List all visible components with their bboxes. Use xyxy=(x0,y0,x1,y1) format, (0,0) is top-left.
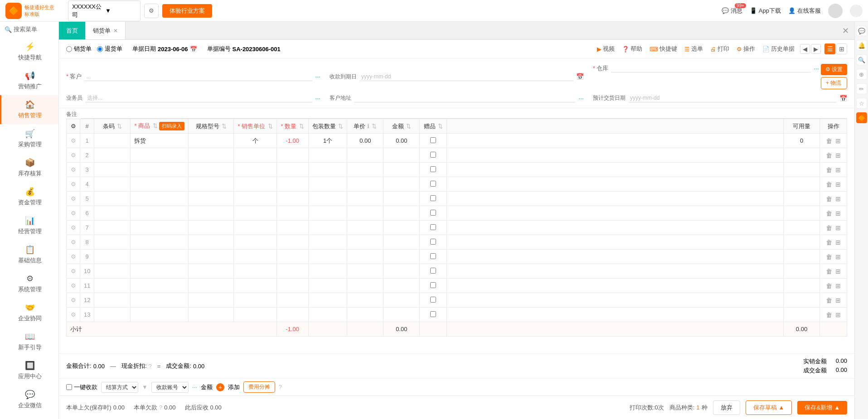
sidebar-item-sales[interactable]: 🏠 销售管理 xyxy=(0,95,58,124)
message-button[interactable]: 💬 消息 99+ xyxy=(722,7,742,15)
row-qty[interactable] xyxy=(276,308,308,322)
row-ops[interactable]: 🗑 ⊞ xyxy=(820,264,847,279)
company-selector[interactable]: XXXXXX公司 ▼ xyxy=(68,0,141,21)
product-count-value[interactable]: 1 xyxy=(696,404,699,411)
row-settings[interactable]: ⚙ xyxy=(67,250,80,264)
row-price[interactable] xyxy=(347,177,383,192)
row-barcode[interactable] xyxy=(94,264,131,279)
row-ops[interactable]: 🗑 ⊞ xyxy=(820,293,847,308)
row-gift[interactable] xyxy=(420,279,447,293)
row-gift[interactable] xyxy=(420,308,447,322)
row-spec[interactable] xyxy=(189,148,234,163)
row-goods[interactable]: 拆货 xyxy=(131,134,189,148)
sidebar-item-finance[interactable]: 💰 资金管理 xyxy=(0,182,58,211)
row-goods[interactable] xyxy=(131,177,189,192)
delete-row-btn[interactable]: 🗑 xyxy=(825,311,833,318)
row-ops[interactable]: 🗑 ⊞ xyxy=(820,192,847,206)
row-amount[interactable] xyxy=(383,293,420,308)
row-settings[interactable]: ⚙ xyxy=(67,177,80,192)
view-list-btn[interactable]: ☰ xyxy=(824,43,835,54)
th-amount[interactable]: 金额 ⇅ xyxy=(383,119,420,134)
row-qty[interactable] xyxy=(276,192,308,206)
row-gift[interactable] xyxy=(420,163,447,177)
row-settings[interactable]: ⚙ xyxy=(67,279,80,293)
row-unit[interactable] xyxy=(234,163,276,177)
settings-icon[interactable]: ⚙ xyxy=(144,4,159,18)
row-amount[interactable] xyxy=(383,279,420,293)
save-new-button[interactable]: 保存&新增 ▲ xyxy=(797,401,847,414)
row-pkg[interactable]: 1个 xyxy=(308,134,347,148)
view-grid-btn[interactable]: ⊞ xyxy=(836,43,847,54)
row-unit[interactable] xyxy=(234,148,276,163)
add-payment-button[interactable]: + xyxy=(216,383,224,391)
row-qty[interactable] xyxy=(276,221,308,235)
sidebar-item-system[interactable]: ⚙ 系统管理 xyxy=(0,269,58,298)
tab-close-icon[interactable]: ✕ xyxy=(113,28,118,34)
calendar-icon[interactable]: 📅 xyxy=(190,46,197,53)
copy-row-btn[interactable]: ⊞ xyxy=(834,268,842,275)
row-pkg[interactable] xyxy=(308,163,347,177)
row-settings[interactable]: ⚙ xyxy=(67,192,80,206)
row-unit[interactable] xyxy=(234,308,276,322)
row-qty[interactable] xyxy=(276,264,308,279)
row-goods[interactable] xyxy=(131,221,189,235)
row-ops[interactable]: 🗑 ⊞ xyxy=(820,308,847,322)
payment-help-icon[interactable]: ? xyxy=(279,384,282,390)
right-panel-chat[interactable]: 💬 xyxy=(856,25,867,36)
total-due-help[interactable]: ? xyxy=(159,404,162,411)
row-pkg[interactable] xyxy=(308,293,347,308)
row-unit[interactable] xyxy=(234,293,276,308)
row-settings[interactable]: ⚙ xyxy=(67,264,80,279)
radio-return-input[interactable] xyxy=(97,46,103,52)
copy-row-btn[interactable]: ⊞ xyxy=(834,195,842,202)
delete-row-btn[interactable]: 🗑 xyxy=(825,282,833,289)
warehouse-ellipsis-btn[interactable]: ··· xyxy=(814,65,819,72)
row-qty[interactable] xyxy=(276,279,308,293)
sidebar-search[interactable]: 🔍 搜索菜单 xyxy=(0,22,58,37)
row-amount[interactable] xyxy=(383,264,420,279)
row-settings[interactable]: ⚙ xyxy=(67,148,80,163)
row-qty[interactable]: -1.00 xyxy=(276,134,308,148)
delete-row-btn[interactable]: 🗑 xyxy=(825,166,833,173)
row-settings[interactable]: ⚙ xyxy=(67,134,80,148)
row-settings[interactable]: ⚙ xyxy=(67,235,80,250)
row-unit[interactable] xyxy=(234,279,276,293)
row-goods[interactable] xyxy=(131,250,189,264)
row-amount[interactable] xyxy=(383,250,420,264)
delivery-date-cal-icon[interactable]: 📅 xyxy=(839,95,847,102)
row-unit[interactable] xyxy=(234,250,276,264)
right-panel-edit[interactable]: ✏ xyxy=(856,83,867,94)
row-amount[interactable] xyxy=(383,206,420,221)
payment-account-select[interactable]: 收款账号 xyxy=(151,382,189,393)
close-panel-icon[interactable]: ✕ xyxy=(837,26,854,36)
sidebar-item-inventory[interactable]: 📦 库存核算 xyxy=(0,153,58,182)
th-price[interactable]: 单价 ℹ ⇅ xyxy=(347,119,383,134)
row-price[interactable] xyxy=(347,221,383,235)
row-spec[interactable] xyxy=(189,134,234,148)
th-spec[interactable]: 规格型号 ⇅ xyxy=(189,119,234,134)
th-barcode[interactable]: 条码 ⇅ xyxy=(94,119,131,134)
row-barcode[interactable] xyxy=(94,235,131,250)
delete-row-btn[interactable]: 🗑 xyxy=(825,152,833,159)
delete-row-btn[interactable]: 🗑 xyxy=(825,268,833,275)
row-qty[interactable] xyxy=(276,163,308,177)
row-pkg[interactable] xyxy=(308,221,347,235)
sidebar-item-collab[interactable]: 🤝 企业协同 xyxy=(0,298,58,327)
row-pkg[interactable] xyxy=(308,308,347,322)
customer-input[interactable] xyxy=(84,72,312,81)
row-qty[interactable] xyxy=(276,250,308,264)
row-goods[interactable] xyxy=(131,148,189,163)
row-qty[interactable] xyxy=(276,235,308,250)
row-unit[interactable] xyxy=(234,192,276,206)
select-btn[interactable]: ☰ 选单 xyxy=(683,44,705,54)
row-spec[interactable] xyxy=(189,250,234,264)
row-ops[interactable]: 🗑 ⊞ xyxy=(820,250,847,264)
delete-row-btn[interactable]: 🗑 xyxy=(825,181,833,188)
row-ops[interactable]: 🗑 ⊞ xyxy=(820,221,847,235)
th-goods[interactable]: * 商品 ⇅ 扫码录入 xyxy=(131,119,189,134)
row-spec[interactable] xyxy=(189,308,234,322)
row-goods[interactable] xyxy=(131,163,189,177)
row-ops[interactable]: 🗑 ⊞ xyxy=(820,235,847,250)
row-goods[interactable] xyxy=(131,192,189,206)
payment-method-select[interactable]: 结算方式 xyxy=(101,382,138,393)
